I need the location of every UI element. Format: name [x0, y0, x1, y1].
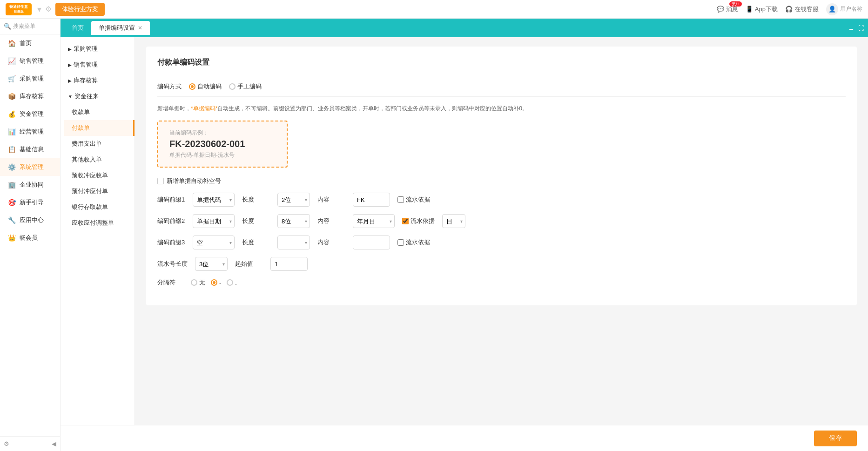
radio-auto-encode[interactable]: 自动编码: [189, 82, 222, 91]
service-icon: 🎧: [785, 6, 793, 13]
main-card: 付款单编码设置 编码方式 自动编码 手工编码: [146, 47, 857, 305]
content2-select[interactable]: 年月日: [353, 214, 395, 228]
radio-group-encode: 自动编码 手工编码: [189, 82, 262, 91]
search-menu[interactable]: 🔍 搜索菜单: [0, 19, 60, 34]
separator-dash[interactable]: -: [211, 279, 221, 286]
online-service-button[interactable]: 🎧 在线客服: [785, 5, 819, 13]
chevron-down-icon: ▼: [68, 94, 73, 99]
sidebar-item-operations[interactable]: 📊 经营管理: [0, 123, 60, 141]
separator-dash-circle: [211, 279, 217, 286]
separator-dot[interactable]: .: [227, 279, 237, 286]
sidebar-item-membership[interactable]: 👑 畅会员: [0, 229, 60, 247]
chevron-right-icon: ▶: [68, 47, 72, 52]
sidebar-item-home[interactable]: 🏠 首页: [0, 34, 60, 52]
home-icon: 🏠: [7, 39, 16, 47]
experience-button[interactable]: 体验行业方案: [55, 3, 105, 16]
sidebar-item-sales[interactable]: 📈 销售管理: [0, 52, 60, 70]
encode-method-label: 编码方式: [157, 82, 182, 91]
group-inventory-header[interactable]: ▶ 库存核算: [61, 73, 135, 88]
tabbar-expand-icon[interactable]: ⛶: [858, 25, 864, 32]
save-button[interactable]: 保存: [814, 431, 857, 446]
content2-select-wrapper: 年月日 ▾: [353, 214, 395, 228]
sidebar-item-apps[interactable]: 🔧 应用中心: [0, 211, 60, 229]
separator-none[interactable]: 无: [191, 278, 205, 287]
sidebar-item-finance[interactable]: 💰 资金管理: [0, 105, 60, 123]
serial3-checkbox[interactable]: [397, 239, 404, 246]
length1-select[interactable]: 2位: [277, 193, 310, 207]
group-capital-header[interactable]: ▼ 资金往来: [61, 88, 135, 104]
sub-item-payment[interactable]: 付款单: [64, 120, 135, 136]
chevron-right-icon-2: ▶: [68, 62, 72, 67]
system-icon: ⚙️: [7, 163, 16, 171]
sidebar-item-guide[interactable]: 🎯 新手引导: [0, 194, 60, 211]
serial3-checkbox-wrapper: 流水依据: [397, 238, 430, 247]
content3-input[interactable]: [353, 236, 390, 249]
group-inventory: ▶ 库存核算: [61, 73, 135, 88]
serial-length-select[interactable]: 3位: [195, 257, 228, 271]
start-value-input[interactable]: [270, 257, 308, 271]
separator-row: 分隔符 无 - .: [157, 278, 846, 287]
serial2-unit-select[interactable]: 日: [442, 214, 465, 228]
sub-item-prepaid-payment[interactable]: 预付冲应付单: [64, 183, 135, 199]
length2-select[interactable]: 8位: [277, 214, 310, 228]
sidebar-item-inventory[interactable]: 📦 库存核算: [0, 88, 60, 105]
sidebar-item-system[interactable]: ⚙️ 系统管理: [0, 158, 60, 176]
enterprise-icon: 🏢: [7, 181, 16, 189]
tab-home[interactable]: 首页: [64, 21, 91, 35]
sub-item-receivable-adj[interactable]: 应收应付调整单: [64, 215, 135, 231]
topbar: 畅通好生意插曲版 ▾ ⚙ 体验行业方案 💬 消息 99+ 📱 App下载 🎧 在…: [0, 0, 868, 19]
radio-manual-encode[interactable]: 手工编码: [229, 82, 262, 91]
user-avatar[interactable]: 👤 用户名称: [826, 3, 862, 15]
separator-label: 分隔符: [157, 278, 185, 287]
sub-item-other-income[interactable]: 其他收入单: [64, 152, 135, 168]
length2-select-wrapper: 8位 ▾: [277, 214, 310, 228]
serial1-checkbox[interactable]: [397, 196, 404, 203]
code-preview-label: 当前编码示例：: [169, 129, 276, 137]
form-row-1: 编码前缀1 单据代码 ▾ 长度 2位 ▾: [157, 193, 846, 207]
encode-method-row: 编码方式 自动编码 手工编码: [157, 77, 846, 97]
tabbar-minimize-icon[interactable]: 🗕: [848, 25, 855, 32]
sidebar: 🔍 搜索菜单 🏠 首页 📈 销售管理 🛒 采购管理 📦 库存核算 💰: [0, 19, 61, 451]
app-icon: 📱: [746, 6, 753, 13]
sub-item-prepaid-collection[interactable]: 预收冲应收单: [64, 168, 135, 183]
sidebar-collapse-icon[interactable]: ◀: [52, 440, 56, 447]
avatar: 👤: [826, 3, 838, 15]
sidebar-item-purchase[interactable]: 🛒 采购管理: [0, 70, 60, 88]
app-download-button[interactable]: 📱 App下载: [746, 5, 778, 13]
message-badge: 99+: [729, 1, 742, 7]
bottom-settings-icon[interactable]: ⚙: [4, 440, 9, 447]
sidebar-item-enterprise[interactable]: 🏢 企业协同: [0, 176, 60, 194]
sidebar-item-basic[interactable]: 📋 基础信息: [0, 141, 60, 158]
prefix3-select[interactable]: 空: [193, 236, 235, 249]
serial2-checkbox[interactable]: [402, 218, 409, 224]
separator-dot-circle: [227, 279, 233, 286]
page-content: 付款单编码设置 编码方式 自动编码 手工编码: [135, 37, 868, 425]
serial-length-label: 流水号长度: [157, 260, 188, 268]
sub-item-receipt[interactable]: 收款单: [64, 104, 135, 120]
settings-icon[interactable]: ⚙: [45, 5, 52, 13]
content1-input[interactable]: [353, 193, 390, 207]
start-value-label: 起始值: [235, 260, 263, 268]
group-sales-header[interactable]: ▶ 销售管理: [61, 57, 135, 73]
group-sales: ▶ 销售管理: [61, 57, 135, 73]
message-button[interactable]: 💬 消息 99+: [717, 5, 738, 13]
prefix1-select[interactable]: 单据代码: [193, 193, 235, 207]
sub-item-bank-deposit[interactable]: 银行存取款单: [64, 199, 135, 215]
info-text: 新增单据时，*单据编码*自动生成，不可编辑。前缀设置为部门、业务员等档案类，开单…: [157, 104, 846, 113]
group-purchase-header[interactable]: ▶ 采购管理: [61, 41, 135, 57]
length3-select[interactable]: [277, 236, 310, 249]
apps-icon: 🔧: [7, 216, 16, 224]
sub-item-expense[interactable]: 费用支出单: [64, 136, 135, 152]
page-title: 付款单编码设置: [157, 58, 846, 67]
prefix3-select-wrapper: 空 ▾: [193, 236, 235, 249]
tab-single-code-settings[interactable]: 单据编码设置 ✕: [91, 21, 150, 35]
radio-manual-circle: [229, 83, 236, 90]
prefix2-select[interactable]: 单据日期: [193, 214, 235, 228]
tab-close-icon[interactable]: ✕: [138, 25, 142, 31]
code-preview-box: 当前编码示例： FK-20230602-001 单据代码-单据日期-流水号: [157, 121, 288, 168]
serial1-checkbox-wrapper: 流水依据: [397, 195, 430, 204]
auto-fill-checkbox[interactable]: [157, 178, 164, 184]
prefix3-label: 编码前缀3: [157, 238, 185, 247]
nav-dropdown[interactable]: ▾: [37, 4, 41, 14]
serial-length-select-wrapper: 3位 ▾: [195, 257, 228, 271]
